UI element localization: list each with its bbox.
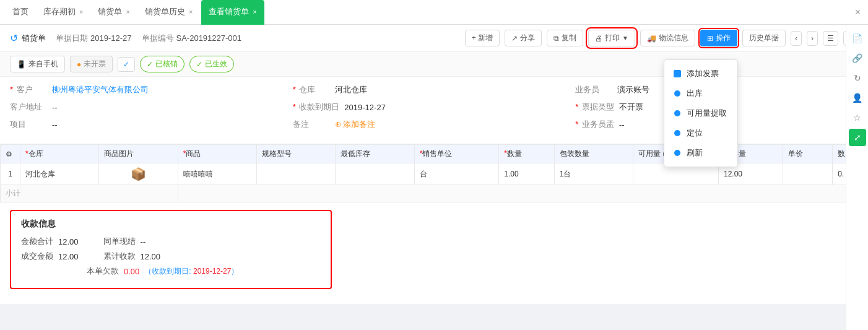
address-label: 客户地址	[10, 102, 47, 113]
effective-button[interactable]: ✓ 已生效	[189, 56, 234, 72]
doc-icon: ↺	[10, 32, 18, 44]
row-pack-qty: 1台	[554, 163, 633, 185]
th-quantity: *数量	[499, 145, 554, 163]
tab-sales-order[interactable]: 销货单 ×	[90, 0, 137, 25]
verified-button[interactable]: ✓ 已核销	[140, 56, 184, 72]
same-order-value: --	[141, 237, 146, 246]
project-value: --	[52, 120, 58, 129]
from-mobile-label: 来自手机	[28, 59, 58, 69]
operation-icon: ⊞	[707, 34, 713, 43]
share-icon: ↗	[511, 34, 518, 43]
history-button[interactable]: 历史单据	[742, 30, 786, 46]
doc-title-section: ↺ 销货单	[10, 32, 46, 44]
available-qty-label: 可用量提取	[687, 108, 727, 119]
dropdown-locate[interactable]: 定位	[664, 123, 737, 143]
check-icon-button[interactable]: ✓	[118, 57, 135, 72]
balance-date: 2019-12-27	[193, 267, 231, 276]
print-label: 打印	[605, 33, 620, 43]
locate-label: 定位	[687, 128, 703, 139]
customer-label: * 客户	[10, 84, 47, 95]
sidebar-link-icon[interactable]: 🔗	[849, 50, 866, 67]
payment-title: 收款信息	[21, 219, 321, 230]
refresh-label: 刷新	[687, 147, 703, 158]
tab-check-sales[interactable]: 查看销货单 ×	[201, 0, 264, 25]
note-field: 备注 ⊕ 添加备注	[293, 119, 576, 130]
print-dropdown-icon: ▼	[622, 35, 628, 41]
number-value: SA-20191227-001	[176, 33, 242, 43]
mobile-icon: 📱	[17, 60, 26, 69]
customer-value[interactable]: 柳州粤港平安气体有限公司	[52, 84, 149, 95]
sidebar-file-icon[interactable]: 📄	[849, 30, 866, 47]
tab-check-sales-label: 查看销货单	[209, 6, 249, 17]
payment-row-2: 成交金额 12.00 累计收款 12.00	[21, 251, 321, 262]
verified-check-icon: ✓	[147, 60, 153, 69]
dropdown-available-qty[interactable]: 可用量提取	[664, 103, 737, 123]
dropdown-refresh[interactable]: 刷新	[664, 143, 737, 163]
next-button[interactable]: ›	[807, 31, 818, 46]
tab-inventory-close[interactable]: ×	[79, 8, 83, 15]
tab-sales-order-close[interactable]: ×	[126, 8, 129, 15]
payment-row-1: 金额合计 12.00 同单现结 --	[21, 236, 321, 247]
number-label: 单据编号	[142, 33, 174, 44]
th-min-stock: 最低库存	[336, 145, 414, 163]
right-sidebar: 📄 🔗 ↻ 👤 ☆ ⤢	[846, 25, 868, 304]
share-button[interactable]: ↗ 分享	[505, 30, 542, 46]
add-note-label: 添加备注	[343, 119, 375, 129]
sidebar-star-icon[interactable]: ☆	[849, 109, 866, 126]
outbound-label: 出库	[687, 88, 703, 99]
cumulative-item: 累计收款 12.00	[103, 251, 161, 262]
doc-date-section: 单据日期 2019-12-27	[56, 33, 132, 44]
row-spec	[257, 163, 336, 185]
dropdown-add-invoice[interactable]: 添加发票	[664, 64, 737, 84]
new-button[interactable]: + 新增	[465, 30, 500, 46]
doc-type-label: 销货单	[22, 33, 46, 44]
history-label: 历史单据	[749, 33, 779, 43]
table-body: 1 河北仓库 📦 嘻嘻嘻嘻 台 1.00 1台 12.00 0.	[1, 163, 868, 202]
tab-inventory-init[interactable]: 库存期初 ×	[36, 0, 90, 25]
doc-number-section: 单据编号 SA-20191227-001	[142, 33, 242, 44]
warehouse-label: * 仓库	[293, 84, 330, 95]
product-image-icon: 📦	[131, 167, 146, 181]
copy-button[interactable]: ⧉ 复制	[547, 30, 583, 46]
add-invoice-icon	[673, 69, 682, 78]
print-button[interactable]: 🖨 打印 ▼	[588, 30, 635, 46]
global-close-button[interactable]: ×	[855, 7, 861, 18]
subtotal-empty	[178, 185, 867, 202]
add-note-button[interactable]: ⊕ 添加备注	[335, 119, 376, 130]
due-date-value: 2019-12-27	[344, 103, 386, 112]
salesperson-value: --	[619, 120, 625, 129]
balance-item: 本单欠款 0.00 （收款到期日: 2019-12-27）	[87, 266, 238, 277]
prev-button[interactable]: ‹	[791, 31, 802, 46]
address-value: --	[52, 103, 58, 112]
th-unit-price: 单价	[783, 145, 832, 163]
logistics-button[interactable]: 🚚 物流信息	[640, 30, 695, 46]
tab-check-sales-close[interactable]: ×	[253, 8, 256, 15]
payment-row-3: 本单欠款 0.00 （收款到期日: 2019-12-27）	[21, 266, 321, 277]
transaction-label: 成交金额	[21, 251, 53, 262]
table-row: 1 河北仓库 📦 嘻嘻嘻嘻 台 1.00 1台 12.00 0.	[1, 163, 868, 185]
tab-sales-history[interactable]: 销货单历史 ×	[137, 0, 200, 25]
tab-sales-history-close[interactable]: ×	[189, 8, 193, 15]
sidebar-user-icon[interactable]: 👤	[849, 89, 866, 106]
tab-home[interactable]: 首页	[5, 0, 36, 25]
operation-dropdown: 添加发票 出库 可用量提取 定位 刷新	[664, 59, 738, 167]
list-view-button[interactable]: ☰	[823, 31, 838, 46]
date-label: 单据日期	[56, 33, 88, 44]
sidebar-refresh-icon[interactable]: ↻	[849, 69, 866, 87]
from-mobile-button[interactable]: 📱 来自手机	[10, 56, 65, 72]
cumulative-label: 累计收款	[103, 251, 136, 262]
project-field: 项目 --	[10, 119, 293, 130]
outbound-icon	[673, 89, 682, 98]
operation-button[interactable]: ⊞ 操作	[700, 30, 737, 46]
amount-total-value: 12.00	[58, 237, 79, 246]
dropdown-outbound[interactable]: 出库	[664, 84, 737, 103]
row-unit-price	[783, 163, 832, 185]
tab-inventory-label: 库存期初	[43, 6, 76, 17]
share-label: 分享	[520, 33, 535, 43]
th-settings[interactable]: ⚙	[1, 145, 20, 163]
effective-check-icon: ✓	[196, 60, 202, 69]
sidebar-expand-icon[interactable]: ⤢	[849, 129, 866, 146]
staff-label: 业务员	[575, 84, 612, 95]
row-sales-unit: 台	[414, 163, 499, 185]
not-opened-button[interactable]: ● 未开票	[70, 56, 113, 72]
